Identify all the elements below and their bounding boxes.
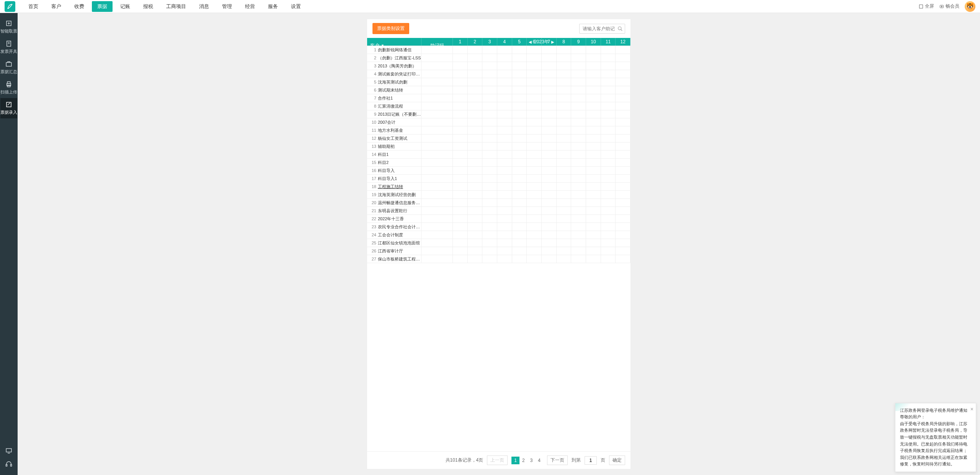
month-header-8[interactable]: 8 bbox=[557, 38, 572, 46]
month-header-12[interactable]: 12 bbox=[616, 38, 630, 46]
month-cell[interactable] bbox=[482, 86, 497, 94]
month-cell[interactable] bbox=[557, 167, 572, 174]
month-cell[interactable] bbox=[542, 183, 557, 190]
month-cell[interactable] bbox=[571, 207, 586, 215]
month-cell[interactable] bbox=[468, 54, 483, 62]
month-cell[interactable] bbox=[542, 159, 557, 166]
month-cell[interactable] bbox=[468, 151, 483, 158]
pager-next[interactable]: 下一页 bbox=[547, 455, 568, 465]
month-cell[interactable] bbox=[601, 183, 616, 190]
month-cell[interactable] bbox=[571, 159, 586, 166]
month-cell[interactable] bbox=[571, 215, 586, 223]
sidebar-item-0[interactable]: 智能取票 bbox=[0, 17, 17, 37]
month-cell[interactable] bbox=[571, 151, 586, 158]
month-cell[interactable] bbox=[601, 62, 616, 70]
month-cell[interactable] bbox=[512, 86, 527, 94]
month-cell[interactable] bbox=[557, 199, 572, 206]
month-cell[interactable] bbox=[468, 70, 483, 78]
month-cell[interactable] bbox=[542, 118, 557, 126]
month-cell[interactable] bbox=[527, 46, 542, 54]
month-cell[interactable] bbox=[616, 54, 630, 62]
month-cell[interactable] bbox=[616, 175, 630, 182]
client-name[interactable]: 保山市板桥建筑工程有限责任... bbox=[378, 256, 421, 262]
month-cell[interactable] bbox=[601, 78, 616, 86]
month-cell[interactable] bbox=[557, 255, 572, 263]
month-cell[interactable] bbox=[571, 223, 586, 231]
month-cell[interactable] bbox=[468, 86, 483, 94]
client-name[interactable]: 测试账套的凭证打印的时候是否 bbox=[378, 71, 421, 77]
month-cell[interactable] bbox=[468, 175, 483, 182]
goto-input[interactable] bbox=[585, 456, 597, 465]
month-cell[interactable] bbox=[542, 70, 557, 78]
month-cell[interactable] bbox=[542, 54, 557, 62]
month-cell[interactable] bbox=[601, 126, 616, 134]
month-cell[interactable] bbox=[482, 215, 497, 223]
client-name[interactable]: 沈海英测试勿删 bbox=[378, 79, 421, 85]
month-cell[interactable] bbox=[542, 239, 557, 247]
month-cell[interactable] bbox=[453, 102, 468, 110]
month-cell[interactable] bbox=[557, 159, 572, 166]
month-cell[interactable] bbox=[542, 199, 557, 206]
month-cell[interactable] bbox=[557, 231, 572, 239]
month-cell[interactable] bbox=[527, 207, 542, 215]
month-cell[interactable] bbox=[453, 223, 468, 231]
month-cell[interactable] bbox=[601, 231, 616, 239]
month-cell[interactable] bbox=[542, 231, 557, 239]
month-cell[interactable] bbox=[586, 46, 601, 54]
month-cell[interactable] bbox=[527, 151, 542, 158]
month-cell[interactable] bbox=[601, 159, 616, 166]
nav-item-1[interactable]: 客户 bbox=[46, 1, 67, 12]
month-cell[interactable] bbox=[616, 86, 630, 94]
month-cell[interactable] bbox=[616, 223, 630, 231]
month-cell[interactable] bbox=[482, 151, 497, 158]
client-name[interactable]: 2022年十三香 bbox=[378, 216, 421, 222]
client-name[interactable]: 2013日记账（不要删除哈，谢... bbox=[378, 111, 421, 117]
month-cell[interactable] bbox=[527, 126, 542, 134]
month-cell[interactable] bbox=[571, 78, 586, 86]
month-cell[interactable] bbox=[512, 70, 527, 78]
member-button[interactable]: 畅会员 bbox=[939, 3, 959, 10]
month-cell[interactable] bbox=[586, 183, 601, 190]
month-cell[interactable] bbox=[571, 118, 586, 126]
month-cell[interactable] bbox=[571, 62, 586, 70]
month-cell[interactable] bbox=[512, 207, 527, 215]
month-header-2[interactable]: 2 bbox=[468, 38, 483, 46]
month-cell[interactable] bbox=[586, 247, 601, 255]
sidebar-item-3[interactable]: 扫描上传 bbox=[0, 78, 17, 98]
client-name[interactable]: 科目2 bbox=[378, 160, 421, 165]
month-cell[interactable] bbox=[586, 239, 601, 247]
month-cell[interactable] bbox=[527, 215, 542, 223]
month-cell[interactable] bbox=[468, 134, 483, 142]
month-cell[interactable] bbox=[527, 142, 542, 150]
month-cell[interactable] bbox=[571, 167, 586, 174]
month-cell[interactable] bbox=[468, 46, 483, 54]
client-name[interactable]: 辅助期初 bbox=[378, 144, 421, 149]
month-cell[interactable] bbox=[571, 231, 586, 239]
month-cell[interactable] bbox=[497, 46, 512, 54]
month-cell[interactable] bbox=[497, 94, 512, 102]
month-cell[interactable] bbox=[512, 126, 527, 134]
month-cell[interactable] bbox=[453, 207, 468, 215]
month-cell[interactable] bbox=[616, 62, 630, 70]
month-cell[interactable] bbox=[468, 94, 483, 102]
month-cell[interactable] bbox=[482, 175, 497, 182]
month-cell[interactable] bbox=[453, 215, 468, 223]
app-logo[interactable] bbox=[5, 1, 15, 12]
month-cell[interactable] bbox=[616, 215, 630, 223]
month-cell[interactable] bbox=[571, 183, 586, 190]
month-cell[interactable] bbox=[601, 167, 616, 174]
month-cell[interactable] bbox=[557, 118, 572, 126]
month-cell[interactable] bbox=[601, 247, 616, 255]
month-cell[interactable] bbox=[527, 183, 542, 190]
month-cell[interactable] bbox=[453, 142, 468, 150]
month-cell[interactable] bbox=[557, 191, 572, 198]
month-cell[interactable] bbox=[557, 62, 572, 70]
client-name[interactable]: 科目1 bbox=[378, 152, 421, 157]
month-cell[interactable] bbox=[453, 231, 468, 239]
month-cell[interactable] bbox=[468, 255, 483, 263]
month-cell[interactable] bbox=[557, 207, 572, 215]
month-cell[interactable] bbox=[497, 247, 512, 255]
month-cell[interactable] bbox=[468, 223, 483, 231]
month-cell[interactable] bbox=[512, 191, 527, 198]
month-cell[interactable] bbox=[557, 142, 572, 150]
